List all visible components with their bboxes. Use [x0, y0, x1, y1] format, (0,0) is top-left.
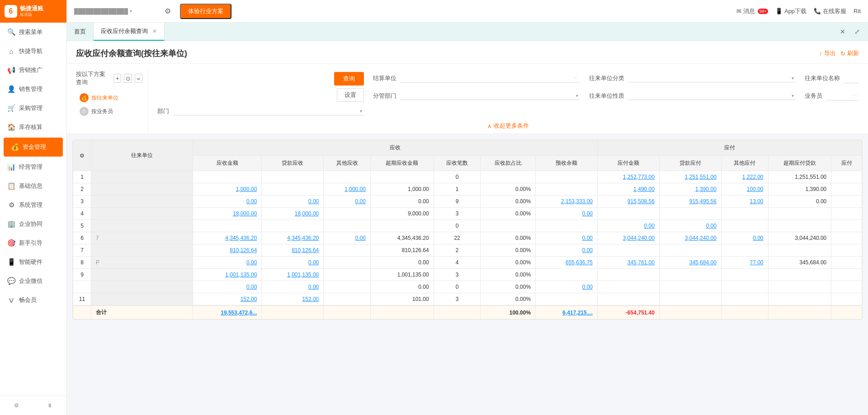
table-cell: 4,345,436.20: [370, 232, 434, 244]
query-button[interactable]: 查询: [334, 72, 364, 86]
sidebar-item-member[interactable]: V畅会员: [0, 291, 66, 310]
sidebar-collapse-btn[interactable]: ⏸: [42, 400, 57, 411]
table-cell[interactable]: 1,000.00: [193, 183, 262, 196]
sidebar-item-enterprise[interactable]: 🏢企业协同: [0, 215, 66, 234]
table-cell[interactable]: 0.00: [536, 232, 598, 244]
table-cell: [831, 232, 862, 244]
settings-gear-icon[interactable]: ⚙: [161, 5, 175, 18]
table-cell: [831, 281, 862, 293]
sidebar-item-sales[interactable]: 👤销售管理: [0, 80, 66, 99]
table-cell[interactable]: 345,684.00: [659, 257, 721, 269]
sidebar-item-quick-nav[interactable]: ⌂快捷导航: [0, 42, 66, 61]
table-cell: [536, 183, 598, 196]
export-button[interactable]: ↑ 导出: [820, 49, 836, 57]
table-cell[interactable]: 0.00: [536, 244, 598, 257]
messages-button[interactable]: ✉ 消息 99+: [736, 7, 768, 15]
sidebar-item-marketing[interactable]: 📢营销推广: [0, 61, 66, 80]
table-cell[interactable]: 0.00: [193, 257, 262, 269]
online-support-button[interactable]: 📞 在线客服: [814, 7, 846, 15]
table-cell[interactable]: 0.00: [193, 281, 262, 293]
promo-button[interactable]: 体验行业方案: [180, 4, 231, 19]
table-cell[interactable]: 3,044,240.00: [659, 232, 721, 244]
table-cell[interactable]: 0.00: [324, 232, 371, 244]
sidebar-item-hardware[interactable]: 📱智能硬件: [0, 253, 66, 272]
partner-category-input[interactable]: ▾: [628, 74, 796, 82]
table-cell[interactable]: 1,490.00: [598, 183, 660, 196]
table-cell[interactable]: 0.00: [262, 281, 324, 293]
query-type-by-salesman[interactable]: ⏱ 按业务员: [76, 105, 142, 118]
department-input[interactable]: ▾: [173, 107, 364, 115]
table-cell[interactable]: 0.00: [721, 232, 768, 244]
table-cell[interactable]: 1,001,135.00: [193, 269, 262, 281]
table-cell[interactable]: 810,126.64: [262, 244, 324, 257]
user-account[interactable]: Rit: [854, 8, 861, 14]
sidebar-item-purchase[interactable]: 🛒采购管理: [0, 99, 66, 118]
table-cell[interactable]: 915,495.56: [659, 196, 721, 208]
app-download-button[interactable]: 📱 App下载: [775, 7, 807, 15]
table-cell[interactable]: 13.00: [721, 196, 768, 208]
table-cell[interactable]: 2,153,333.00: [536, 196, 598, 208]
table-cell[interactable]: 0.00: [262, 257, 324, 269]
table-cell[interactable]: 0.00: [262, 196, 324, 208]
table-cell[interactable]: 0.00: [659, 220, 721, 232]
refresh-button[interactable]: ↻ 刷新: [840, 49, 859, 57]
table-cell[interactable]: 0.00: [536, 281, 598, 293]
footer-prepaid[interactable]: 6,417,215....: [536, 305, 598, 320]
table-cell[interactable]: 810,126.64: [193, 244, 262, 257]
add-scheme-button[interactable]: +: [113, 74, 121, 83]
partner-name-input[interactable]: [845, 75, 857, 81]
tab-maximize-button[interactable]: ⤢: [852, 26, 863, 37]
footer-ar-amount[interactable]: 19,553,472,6...: [193, 305, 262, 320]
settlement-unit-input[interactable]: ···: [400, 73, 580, 83]
sidebar-label-operations: 经营管理: [19, 163, 42, 171]
settings-button[interactable]: 设置: [337, 88, 364, 102]
table-cell[interactable]: 18,000.00: [193, 208, 262, 220]
sidebar-item-guide[interactable]: 🎯新手引导: [0, 234, 66, 253]
query-type-by-partner[interactable]: 💰 按往来单位: [76, 91, 142, 105]
table-cell[interactable]: 345,761.00: [598, 257, 660, 269]
table-cell: [324, 244, 371, 257]
table-cell[interactable]: 152.00: [193, 293, 262, 306]
table-cell[interactable]: 4,345,436.20: [262, 232, 324, 244]
table-cell[interactable]: 3,044,240.00: [598, 232, 660, 244]
tab-receivables[interactable]: 应收应付余额查询 ✕: [94, 23, 165, 41]
table-cell[interactable]: 0.00: [324, 196, 371, 208]
dept-manager-input[interactable]: ▾: [400, 92, 580, 100]
salesman-input[interactable]: ···: [826, 91, 859, 100]
table-cell[interactable]: 1,251,551.00: [659, 171, 721, 183]
table-cell[interactable]: 1,252,773.00: [598, 171, 660, 183]
sidebar-settings-btn[interactable]: ⚙: [9, 400, 24, 411]
table-cell[interactable]: 77.00: [721, 257, 768, 269]
table-cell[interactable]: 4,345,436.20: [193, 232, 262, 244]
tab-home[interactable]: 首页: [67, 23, 94, 41]
table-cell[interactable]: 1,222.00: [721, 171, 768, 183]
table-cell: [262, 171, 324, 183]
table-wrapper[interactable]: ⚙ 往来单位 应收 应付 应收金额 贷款应收 其他应收 超期应收金额 应收笔数: [73, 140, 862, 320]
sidebar-item-operations[interactable]: 📊经营管理: [0, 157, 66, 176]
table-cell[interactable]: 1,390.00: [659, 183, 721, 196]
sidebar-item-wechat[interactable]: 💬企业微信: [0, 272, 66, 291]
sidebar-item-inventory[interactable]: 🏠库存核算: [0, 118, 66, 137]
table-cell[interactable]: 0.00: [598, 220, 660, 232]
partner-name-input-wrap: [844, 73, 859, 83]
table-cell[interactable]: 0.00: [536, 208, 598, 220]
table-cell[interactable]: 915,508.56: [598, 196, 660, 208]
partner-nature-input[interactable]: ▾: [628, 92, 796, 100]
sidebar-item-finance[interactable]: 💰资金管理: [4, 138, 63, 157]
collapse-button[interactable]: ∧ 收起更多条件: [487, 122, 529, 130]
table-cell[interactable]: 655,636.75: [536, 257, 598, 269]
table-cell[interactable]: 0.00: [193, 196, 262, 208]
tab-close-button[interactable]: ✕: [837, 26, 848, 37]
table-cell: [721, 220, 768, 232]
collapse-scheme-button[interactable]: «: [135, 74, 142, 83]
sidebar-item-search-menu[interactable]: 🔍搜索菜单: [0, 23, 66, 42]
table-cell[interactable]: 18,000.00: [262, 208, 324, 220]
sidebar-item-basic-info[interactable]: 📋基础信息: [0, 176, 66, 196]
tab-close-icon[interactable]: ✕: [152, 28, 157, 34]
sidebar-item-system[interactable]: ⚙系统管理: [0, 196, 66, 215]
table-cell[interactable]: 152.00: [262, 293, 324, 306]
table-cell[interactable]: 1,000.00: [324, 183, 371, 196]
table-cell[interactable]: 100.00: [721, 183, 768, 196]
edit-scheme-button[interactable]: ⊙: [124, 74, 132, 83]
table-cell[interactable]: 1,001,135.00: [262, 269, 324, 281]
